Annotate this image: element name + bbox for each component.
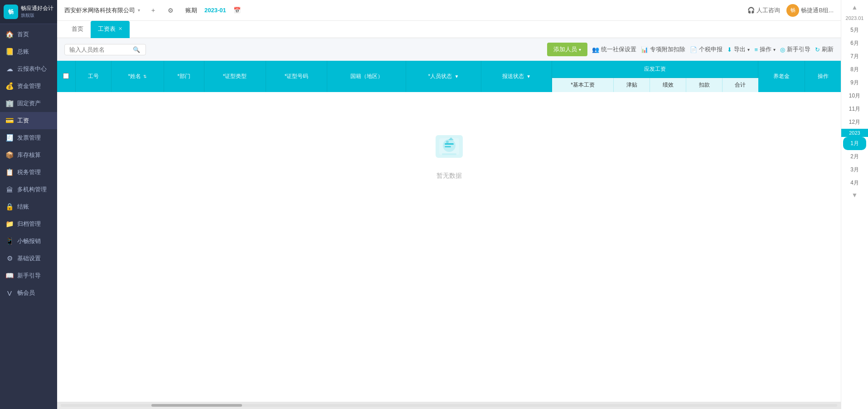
period-display: 2023.01 <box>844 13 866 24</box>
filter-report-icon[interactable]: ▼ <box>526 74 531 79</box>
sidebar-item-multi-org[interactable]: 🏛 多机构管理 <box>0 181 57 198</box>
invoice-icon: 🧾 <box>5 134 14 142</box>
th-total: 合计 <box>723 78 758 93</box>
svg-rect-7 <box>442 153 456 155</box>
right-panel: ▲ 2023.01 5月 6月 7月 8月 9月 10月 11月 12月 202… <box>841 0 868 409</box>
expense-icon: 📱 <box>5 237 14 245</box>
sidebar-item-home[interactable]: 🏠 首页 <box>0 26 57 43</box>
sidebar-item-label: 固定资产 <box>17 99 41 107</box>
guide-icon: 📖 <box>5 272 14 280</box>
app-logo-text: 畅应通好会计 <box>21 5 53 12</box>
sidebar-item-fixed-assets[interactable]: 🏢 固定资产 <box>0 95 57 112</box>
sidebar-item-label: 发票管理 <box>17 134 41 142</box>
topbar-right: 🎧 人工咨询 畅 畅捷通B组... <box>747 4 834 17</box>
month-item-10[interactable]: 10月 <box>841 89 868 102</box>
search-input[interactable] <box>69 46 133 53</box>
deduction-button[interactable]: 📊 专项附加扣除 <box>641 45 685 54</box>
period-value: 2023-01 <box>204 7 226 14</box>
th-country: 国籍（地区） <box>327 61 406 92</box>
tab-payroll[interactable]: 工资表 ✕ <box>91 21 130 38</box>
sidebar-item-cloud-report[interactable]: ☁ 云报表中心 <box>0 60 57 78</box>
tax-icon: 📋 <box>5 168 14 176</box>
add-person-button[interactable]: 添加人员 ▾ <box>547 43 587 56</box>
tab-home[interactable]: 首页 <box>64 21 91 38</box>
sidebar-item-funds[interactable]: 💰 资金管理 <box>0 78 57 95</box>
tax-button[interactable]: 📄 个税申报 <box>690 45 723 54</box>
sidebar-item-label: 基础设置 <box>17 254 41 263</box>
month-item-1[interactable]: 1月 <box>843 137 866 150</box>
sidebar-item-label: 云报表中心 <box>17 65 47 73</box>
month-item-8[interactable]: 8月 <box>841 63 868 76</box>
sidebar-item-close-account[interactable]: 🔒 结账 <box>0 198 57 215</box>
sort-name-icon[interactable]: ⇅ <box>143 74 147 79</box>
refresh-button[interactable]: ↻ 刷新 <box>815 45 834 54</box>
month-nav-up[interactable]: ▲ <box>841 2 868 13</box>
guide-button[interactable]: ◎ 新手引导 <box>780 45 810 54</box>
th-number: 工号 <box>75 61 112 92</box>
sidebar-item-invoice[interactable]: 🧾 发票管理 <box>0 129 57 146</box>
sidebar-item-expense[interactable]: 📱 小畅报销 <box>0 233 57 250</box>
social-security-icon: 👥 <box>592 46 599 53</box>
export-button[interactable]: ⬇ 导出 ▾ <box>727 45 750 54</box>
ledger-icon: 📒 <box>5 48 14 56</box>
select-all-checkbox[interactable] <box>63 73 69 79</box>
sidebar-item-vip[interactable]: V 畅会员 <box>0 284 57 302</box>
user-avatar: 畅 <box>786 4 799 17</box>
guide-toolbar-icon: ◎ <box>780 46 785 53</box>
sidebar-item-archive[interactable]: 📁 归档管理 <box>0 215 57 233</box>
month-item-11[interactable]: 11月 <box>841 102 868 116</box>
sidebar-item-inventory[interactable]: 📦 库存核算 <box>0 146 57 164</box>
calendar-icon[interactable]: 📅 <box>233 7 241 14</box>
archive-icon: 📁 <box>5 220 14 228</box>
month-item-4[interactable]: 4月 <box>841 176 868 190</box>
home-icon: 🏠 <box>5 30 14 39</box>
deduction-icon: 📊 <box>641 46 648 53</box>
sidebar-item-label: 归档管理 <box>17 220 41 228</box>
th-operations: 操作 <box>805 61 841 92</box>
th-performance: 绩效 <box>650 78 686 93</box>
chevron-down-icon: ▾ <box>138 8 140 13</box>
filter-status-icon[interactable]: ▼ <box>454 74 459 79</box>
help-button[interactable]: 🎧 人工咨询 <box>747 6 780 15</box>
month-item-7[interactable]: 7月 <box>841 50 868 63</box>
th-allowance: 津贴 <box>614 78 650 93</box>
month-item-12[interactable]: 12月 <box>841 116 868 129</box>
th-checkbox[interactable] <box>57 61 75 92</box>
user-info[interactable]: 畅 畅捷通B组... <box>786 4 834 17</box>
month-item-5[interactable]: 5月 <box>841 24 868 37</box>
table-wrap: 工号 *姓名 ⇅ *部门 *证型类型 *证型号码 <box>57 61 841 402</box>
tax-report-icon: 📄 <box>690 46 697 53</box>
horizontal-scrollbar[interactable] <box>57 402 841 409</box>
sidebar-item-tax[interactable]: 📋 税务管理 <box>0 164 57 181</box>
svg-rect-3 <box>445 143 454 145</box>
inventory-icon: 📦 <box>5 151 14 159</box>
social-security-button[interactable]: 👥 统一社保设置 <box>592 45 636 54</box>
multi-org-icon: 🏛 <box>5 186 14 194</box>
company-selector[interactable]: 西安虾米网络科技有限公司 ▾ <box>64 6 140 15</box>
th-pension: 养老金 <box>758 61 805 92</box>
operation-button[interactable]: ≡ 操作 ▾ <box>754 45 776 54</box>
th-dept: *部门 <box>164 61 204 92</box>
tab-close-icon[interactable]: ✕ <box>118 26 122 32</box>
add-company-button[interactable]: ＋ <box>147 5 159 16</box>
settings-icon: ⚙ <box>5 254 14 263</box>
svg-rect-4 <box>445 146 451 147</box>
topbar: 西安虾米网络科技有限公司 ▾ ＋ ⚙ 账期 2023-01 📅 🎧 人工咨询 畅… <box>57 0 841 21</box>
month-nav-down[interactable]: ▼ <box>841 190 868 200</box>
close-account-icon: 🔒 <box>5 203 14 211</box>
month-item-9[interactable]: 9月 <box>841 76 868 89</box>
month-item-6[interactable]: 6月 <box>841 37 868 50</box>
sidebar-item-guide[interactable]: 📖 新手引导 <box>0 267 57 284</box>
sidebar-item-label: 新手引导 <box>17 272 41 280</box>
scrollbar-thumb[interactable] <box>151 404 242 407</box>
sidebar: 畅 畅应通好会计 旗舰版 🏠 首页 📒 总账 ☁ 云报表中心 💰 资金管理 🏢 … <box>0 0 57 409</box>
month-item-2[interactable]: 2月 <box>841 150 868 163</box>
export-icon: ⬇ <box>727 46 732 53</box>
sidebar-item-settings[interactable]: ⚙ 基础设置 <box>0 250 57 267</box>
sidebar-item-ledger[interactable]: 📒 总账 <box>0 43 57 60</box>
settings-button[interactable]: ⚙ <box>165 5 176 16</box>
sidebar-item-payroll[interactable]: 💳 工资 <box>0 112 57 129</box>
month-item-3[interactable]: 3月 <box>841 163 868 176</box>
assets-icon: 🏢 <box>5 99 14 107</box>
sidebar-item-label: 小畅报销 <box>17 237 41 245</box>
